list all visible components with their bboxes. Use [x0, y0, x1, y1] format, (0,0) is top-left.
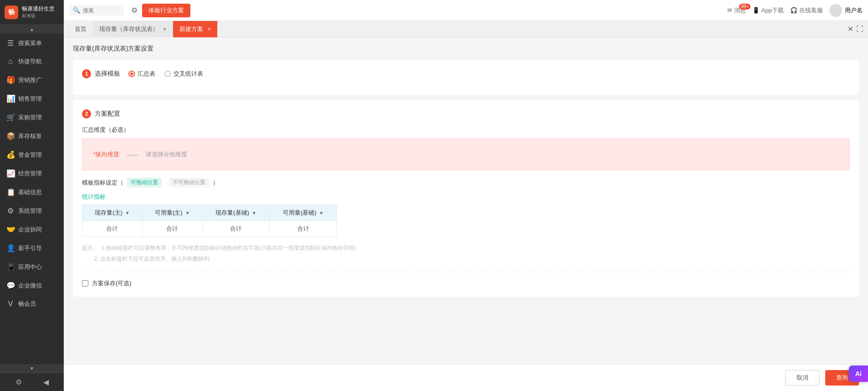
section-plan-config: 2 方案配置 汇总维度（必选） *纵向维度 —— 请选择分组维度 模板指标设定（… — [73, 100, 859, 297]
dimension-dash: —— — [127, 151, 138, 158]
tab-home[interactable]: 首页 — [68, 21, 93, 37]
new-guide-icon: 👤 — [6, 244, 15, 252]
main-area: 🔍 ⚙ 体验行业方案 ✉ 消息 99+ 📱 App下载 🎧 在线客服 用户名 — [64, 0, 868, 391]
cancel-button[interactable]: 取消 — [785, 370, 820, 386]
table-header-2[interactable]: 现存量(基辅) ▼ — [202, 205, 270, 221]
chevron-down-icon-0[interactable]: ▼ — [125, 211, 130, 216]
table-cell-0-2: 合计 — [202, 221, 270, 237]
gear-icon[interactable]: ⚙ — [131, 6, 138, 15]
app-download-btn[interactable]: 📱 App下载 — [752, 6, 784, 15]
sidebar-item-label: 营销推广 — [18, 76, 42, 84]
table-header-0[interactable]: 现存量(主) ▼ — [82, 205, 143, 221]
radio-summary-dot[interactable] — [128, 71, 135, 77]
sidebar-nav: ☰ 搜索菜单 ⌂ 快捷导航 🎁 营销推广 📊 销售管理 🛒 采购管理 📦 库存核… — [0, 34, 64, 364]
sidebar-item-basic-info[interactable]: 📋 基础信息 — [0, 183, 64, 201]
tab-expand[interactable]: ⛶ — [856, 25, 863, 33]
radio-cross[interactable]: 交叉统计表 — [164, 70, 203, 78]
indicator-label: 模板指标设定（ 可拖动位置 不可拖动位置 ） — [82, 178, 850, 187]
page-title: 现存量(库存状况表)方案设置 — [73, 45, 859, 53]
tip-2: 2. 点击标题栏下拉可设置排序、插入列和删除列 — [82, 253, 850, 264]
logo-badge: 标准版 — [22, 13, 55, 19]
table-cell-0-3: 合计 — [270, 221, 337, 237]
topbar-right: ✉ 消息 99+ 📱 App下载 🎧 在线客服 用户名 — [727, 4, 863, 17]
sidebar-item-operations[interactable]: 📈 经营管理 — [0, 164, 64, 183]
tab-inventory-close[interactable]: × — [163, 26, 166, 32]
sidebar-item-label: 畅会员 — [18, 300, 36, 308]
sidebar-item-sales[interactable]: 📊 销售管理 — [0, 89, 64, 108]
toggle-icon[interactable]: ◀ — [43, 378, 49, 386]
vip-icon: V — [6, 300, 15, 308]
sidebar-item-label: 销售管理 — [18, 95, 42, 103]
ai-button[interactable]: Ai — [849, 365, 868, 382]
dimension-area[interactable]: *纵向维度 —— 请选择分组维度 — [82, 139, 850, 170]
sidebar-scroll-down[interactable]: ▼ — [0, 364, 64, 373]
sidebar-item-purchase[interactable]: 🛒 采购管理 — [0, 108, 64, 127]
divider — [82, 272, 850, 272]
tab-close-all[interactable]: ✕ — [848, 25, 853, 33]
sidebar-item-label: 库存核算 — [18, 132, 42, 140]
sidebar-item-enterprise[interactable]: 🤝 企业协同 — [0, 220, 64, 239]
stats-section-title: 统计指标 — [82, 193, 850, 201]
chevron-down-icon-1[interactable]: ▼ — [185, 211, 190, 216]
online-service-btn[interactable]: 🎧 在线客服 — [790, 6, 823, 15]
tab-new-plan[interactable]: 新建方案 × — [173, 21, 218, 37]
template-options: 汇总表 交叉统计表 — [128, 70, 203, 78]
sidebar-item-inventory[interactable]: 📦 库存核算 — [0, 127, 64, 145]
tab-inventory-label: 现存量（库存状况表） — [99, 25, 158, 33]
dimension-required-star: *纵向维度 — [93, 150, 119, 159]
indicator-settings: 模板指标设定（ 可拖动位置 不可拖动位置 ） — [82, 178, 850, 187]
dimension-placeholder: 请选择分组维度 — [146, 150, 187, 159]
tab-new-plan-close[interactable]: × — [208, 26, 211, 32]
section1-header: 1 选择模板 汇总表 交叉统计表 — [82, 69, 850, 78]
sidebar-item-marketing[interactable]: 🎁 营销推广 — [0, 71, 64, 89]
sidebar-item-label: 系统管理 — [18, 207, 42, 215]
tab-inventory[interactable]: 现存量（库存状况表） × — [93, 21, 173, 37]
radio-summary[interactable]: 汇总表 — [128, 70, 155, 78]
radio-cross-dot[interactable] — [164, 71, 171, 77]
industry-btn[interactable]: 体验行业方案 — [142, 4, 190, 17]
topbar-search[interactable]: 🔍 — [69, 5, 124, 15]
save-option: 方案保存(可选) — [82, 279, 850, 288]
sidebar-scroll-up[interactable]: ▲ — [0, 25, 64, 34]
search-menu-icon: ☰ — [6, 39, 15, 47]
indicator-label-text: 模板指标设定（ — [82, 179, 123, 187]
no-drag-badge: 不可拖动位置 — [169, 178, 209, 187]
tab-new-plan-label: 新建方案 — [179, 25, 203, 33]
system-icon: ⚙ — [6, 206, 15, 215]
sidebar-item-label: 资金管理 — [18, 151, 42, 159]
sidebar-item-search-menu[interactable]: ☰ 搜索菜单 — [0, 34, 64, 52]
table-cell-0-0: 合计 — [82, 221, 143, 237]
col-header-label-2: 现存量(基辅) — [215, 209, 249, 217]
enterprise-icon: 🤝 — [6, 225, 15, 234]
chevron-down-icon-2[interactable]: ▼ — [252, 211, 256, 216]
sidebar-item-label: 快捷导航 — [18, 57, 42, 66]
chevron-down-icon-3[interactable]: ▼ — [319, 211, 324, 216]
sidebar-item-app-center[interactable]: 📱 应用中心 — [0, 257, 64, 276]
sidebar-item-system[interactable]: ⚙ 系统管理 — [0, 201, 64, 220]
sidebar-item-new-guide[interactable]: 👤 新手引导 — [0, 239, 64, 257]
sidebar-item-label: 新手引导 — [18, 244, 42, 252]
message-btn[interactable]: ✉ 消息 99+ — [727, 6, 746, 15]
operations-icon: 📈 — [6, 169, 15, 178]
col-header-label-3: 可用量(基辅) — [283, 209, 317, 217]
tip-1: 提示： 1.拖动标题栏可以调整布局，不可跨维度或指标区域拖动栏目字段(只能在同一… — [82, 242, 850, 253]
settings-icon[interactable]: ⚙ — [15, 378, 22, 386]
tips-area: 提示： 1.拖动标题栏可以调整布局，不可跨维度或指标区域拖动栏目字段(只能在同一… — [82, 242, 850, 264]
sidebar-item-vip[interactable]: V 畅会员 — [0, 295, 64, 313]
user-area[interactable]: 用户名 — [829, 4, 863, 17]
sidebar-item-enterprise-wechat[interactable]: 💬 企业微信 — [0, 276, 64, 295]
phone-icon: 📱 — [752, 7, 760, 14]
sidebar-item-finance[interactable]: 💰 资金管理 — [0, 145, 64, 164]
table-cell-0-1: 合计 — [142, 221, 202, 237]
table-header-1[interactable]: 可用量(主) ▼ — [142, 205, 202, 221]
sidebar-item-label: 企业协同 — [18, 226, 42, 234]
search-input[interactable] — [83, 7, 119, 14]
inventory-icon: 📦 — [6, 132, 15, 140]
sidebar-item-quick-nav[interactable]: ⌂ 快捷导航 — [0, 52, 64, 71]
table-header-3[interactable]: 可用量(基辅) ▼ — [270, 205, 337, 221]
section1-number: 1 — [82, 69, 91, 78]
table-row: 合计 合计 合计 合计 — [82, 221, 337, 237]
save-checkbox[interactable] — [82, 280, 88, 287]
section-choose-template: 1 选择模板 汇总表 交叉统计表 — [73, 60, 859, 95]
sidebar-logo: 畅 畅康通好生意 标准版 — [0, 0, 64, 25]
